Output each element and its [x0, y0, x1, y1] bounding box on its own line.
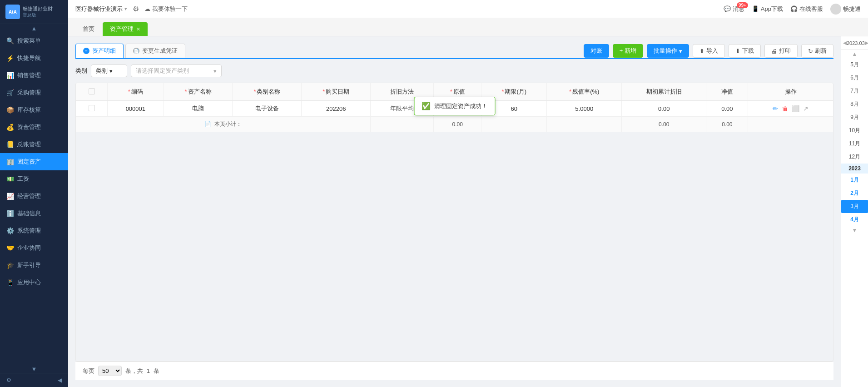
category-input[interactable]: 请选择固定资产类别 ▾ [131, 64, 222, 77]
support-button[interactable]: 🎧 在线客服 [790, 5, 823, 13]
category-dropdown-arrow: ▾ [213, 68, 217, 74]
row-purchase-date: 202206 [302, 101, 371, 117]
app-download-button[interactable]: 📱 App下载 [752, 5, 783, 13]
sidebar-item-apps[interactable]: 📱 应用中心 [0, 274, 68, 291]
row-code: 000001 [108, 101, 164, 117]
row-select-checkbox[interactable] [89, 105, 95, 111]
category-placeholder: 请选择固定资产类别 [136, 67, 189, 75]
sidebar-item-enterprise[interactable]: 🤝 企业协同 [0, 239, 68, 257]
sidebar-item-label: 企业协同 [17, 244, 41, 252]
category-type-select[interactable]: 类别 ▾ [91, 64, 127, 77]
row-actions: ✏ 🗑 ⬜ ↗ [748, 101, 833, 117]
purchase-icon: 🛒 [6, 89, 14, 96]
print-icon: 🖨 [771, 48, 777, 55]
username: 畅捷通 [843, 5, 861, 13]
sub-tab-asset-detail[interactable]: ≡ 资产明细 [75, 44, 124, 58]
experience-button[interactable]: ☁ 我要体验一下 [144, 5, 188, 13]
subtotal-label: 📄 本页小计： [76, 117, 371, 132]
sidebar-item-quick-nav[interactable]: ⚡ 快捷导航 [0, 50, 68, 67]
download-icon: ⬇ [735, 48, 740, 55]
select-all-checkbox[interactable] [89, 88, 95, 94]
calendar-month-9[interactable]: 9月 [841, 111, 868, 124]
import-label: 导入 [706, 47, 718, 55]
row-name: 电脑 [164, 101, 233, 117]
quick-nav-icon: ⚡ [6, 55, 14, 62]
user-menu[interactable]: 畅捷通 [830, 4, 861, 15]
sidebar-item-label: 库存核算 [17, 106, 41, 114]
settings-gear-icon[interactable]: ⚙ [133, 5, 139, 13]
calendar-month-7[interactable]: 7月 [841, 84, 868, 98]
sidebar-item-finance[interactable]: 💰 资金管理 [0, 119, 68, 136]
settings-icon[interactable]: ⚙ [6, 377, 11, 383]
sidebar-scroll-up[interactable]: ▲ [0, 24, 68, 32]
sidebar-scroll-down[interactable]: ▼ [0, 365, 68, 373]
sidebar-item-basic-info[interactable]: ℹ️ 基础信息 [0, 205, 68, 222]
more-icon[interactable]: ↗ [803, 105, 808, 112]
sidebar-item-payroll[interactable]: 💵 工资 [0, 170, 68, 188]
content-wrapper: ≡ 资产明细 📄 变更生成凭证 对账 + 新增 批量操作 ▾ ⬆ [68, 36, 868, 387]
edit-icon[interactable]: ✏ [773, 105, 778, 112]
sidebar-item-guide[interactable]: 🎓 新手引导 [0, 257, 68, 274]
right-sidebar-toggle[interactable]: ◀ [843, 40, 847, 46]
subtotal-row: 📄 本页小计： 0.00 0.00 0.00 [76, 117, 833, 132]
sidebar-item-sales[interactable]: 📊 销售管理 [0, 67, 68, 84]
refresh-button[interactable]: ↻ 刷新 [801, 44, 833, 58]
calendar-year-2023: 2023 [841, 164, 868, 174]
calendar-month-2[interactable]: 2月 [841, 187, 868, 200]
subtotal-depreciation-method [371, 117, 434, 132]
fixed-assets-icon: 🏢 [6, 158, 14, 165]
total-count: 1 [147, 367, 150, 374]
sub-tab-change-voucher[interactable]: 📄 变更生成凭证 [125, 44, 185, 58]
sidebar-item-operations[interactable]: 📈 经营管理 [0, 188, 68, 205]
subtotal-residual-rate [547, 117, 622, 132]
sidebar-item-fixed-assets[interactable]: 🏢 固定资产 [0, 153, 68, 170]
sidebar-item-ledger[interactable]: 📒 总账管理 [0, 136, 68, 153]
per-page-select[interactable]: 50 100 200 [98, 366, 122, 376]
sidebar-item-inventory[interactable]: 📦 库存核算 [0, 101, 68, 119]
sidebar-item-system[interactable]: ⚙️ 系统管理 [0, 222, 68, 239]
calendar-scroll-down[interactable]: ▼ [841, 226, 868, 234]
tab-asset-mgmt[interactable]: 资产管理 ✕ [103, 22, 148, 36]
sub-tab-asset-detail-label: 资产明细 [92, 47, 116, 55]
collapse-icon[interactable]: ◀ [58, 377, 62, 383]
sidebar-item-search[interactable]: 🔍 搜索菜单 [0, 32, 68, 50]
col-category: *类别名称 [233, 83, 302, 101]
calendar-scroll-up[interactable]: ▲ [841, 50, 868, 58]
batch-button[interactable]: 批量操作 ▾ [647, 44, 689, 58]
add-button[interactable]: + 新增 [613, 44, 643, 58]
subtotal-period-accumulated: 0.00 [622, 117, 706, 132]
tab-home[interactable]: 首页 [75, 22, 102, 36]
support-label: 在线客服 [799, 5, 823, 13]
message-icon: 💬 [724, 5, 731, 12]
calendar-month-1[interactable]: 1月 [841, 174, 868, 187]
inventory-icon: 📦 [6, 106, 14, 114]
right-sidebar-expand[interactable]: ▶ [865, 40, 868, 46]
topbar: 医疗器械行业演示 ▾ ⚙ ☁ 我要体验一下 💬 消息 99+ 📱 App下载 🎧… [68, 0, 868, 18]
sidebar-item-label: 基础信息 [17, 209, 41, 218]
company-dropdown-arrow[interactable]: ▾ [124, 6, 127, 12]
delete-icon[interactable]: 🗑 [782, 105, 788, 112]
batch-arrow: ▾ [679, 48, 682, 55]
copy-icon[interactable]: ⬜ [792, 105, 799, 112]
row-residual-rate: 5.0000 [547, 101, 622, 117]
messages-button[interactable]: 💬 消息 99+ [724, 5, 744, 13]
calendar-month-8[interactable]: 8月 [841, 98, 868, 111]
calendar-month-12[interactable]: 12月 [841, 150, 868, 164]
calendar-month-3[interactable]: 3月 [841, 200, 868, 213]
reconcile-button[interactable]: 对账 [584, 44, 609, 58]
sidebar-item-purchase[interactable]: 🛒 采购管理 [0, 84, 68, 101]
row-period-accumulated: 0.00 [622, 101, 706, 117]
asset-detail-icon: ≡ [83, 48, 89, 54]
download-button[interactable]: ⬇ 下载 [729, 44, 761, 58]
calendar-month-5[interactable]: 5月 [841, 58, 868, 71]
calendar-month-10[interactable]: 10月 [841, 124, 868, 137]
tab-close-icon[interactable]: ✕ [136, 26, 140, 32]
calendar-month-4[interactable]: 4月 [841, 213, 868, 226]
print-button[interactable]: 🖨 打印 [764, 44, 798, 58]
main-area: 医疗器械行业演示 ▾ ⚙ ☁ 我要体验一下 💬 消息 99+ 📱 App下载 🎧… [68, 0, 868, 387]
sidebar-item-label: 应用中心 [17, 278, 41, 287]
calendar-month-11[interactable]: 11月 [841, 137, 868, 150]
finance-icon: 💰 [6, 124, 14, 131]
import-button[interactable]: ⬆ 导入 [693, 44, 725, 58]
calendar-month-6[interactable]: 6月 [841, 71, 868, 84]
